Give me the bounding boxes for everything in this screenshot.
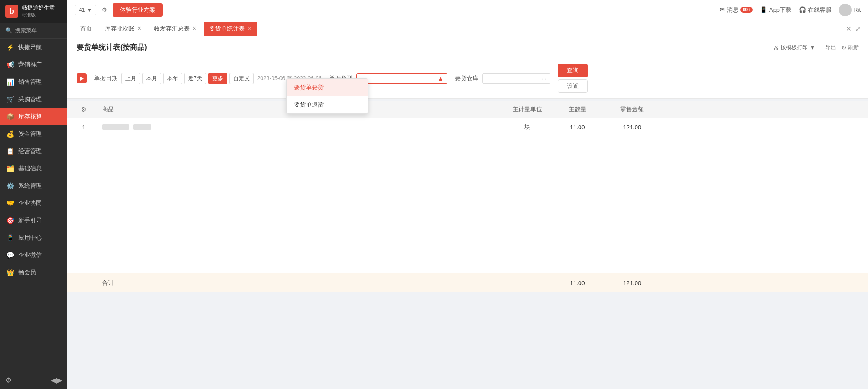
date-last-month-btn[interactable]: 上月 bbox=[121, 73, 140, 84]
sidebar-item-system[interactable]: ⚙️ 系统管理 bbox=[0, 177, 67, 194]
app-logo: b 畅捷通好生意 标准版 bbox=[0, 0, 67, 23]
col-header-qty: 主数量 bbox=[550, 105, 605, 113]
sidebar-item-guide[interactable]: 🎯 新手引导 bbox=[0, 212, 67, 229]
print-icon: 🖨 bbox=[773, 45, 779, 51]
sidebar-item-corp-wechat[interactable]: 💬 企业微信 bbox=[0, 246, 67, 264]
sidebar-item-label: 资金管理 bbox=[18, 130, 42, 138]
tab-requisition-stat[interactable]: 要货单统计表 ✕ bbox=[204, 22, 257, 36]
tab-home[interactable]: 首页 bbox=[75, 22, 98, 36]
refresh-btn[interactable]: ↻ 刷新 bbox=[842, 44, 859, 51]
settings-icon[interactable]: ⚙ bbox=[5, 376, 12, 384]
date-this-year-btn[interactable]: 本年 bbox=[163, 73, 182, 84]
footer-qty: 11.00 bbox=[550, 280, 605, 287]
online-service-btn[interactable]: 🎧 在线客服 bbox=[799, 6, 832, 14]
basic-icon: 🗂️ bbox=[5, 165, 15, 172]
dropdown-item-requisition-order[interactable]: 要货单要货 bbox=[287, 79, 368, 96]
sidebar-item-operation[interactable]: 📋 经营管理 bbox=[0, 143, 67, 160]
page-actions: 🖨 按模板打印 ▼ ↑ 导出 ↻ 刷新 bbox=[773, 44, 859, 51]
collapse-sidebar-button[interactable]: ◀▶ bbox=[51, 376, 62, 384]
cell-unit: 块 bbox=[504, 123, 550, 131]
topbar-left: 41 ▼ ⚙ 体验行业方案 bbox=[75, 3, 163, 17]
store-selector[interactable]: 41 ▼ bbox=[75, 5, 96, 15]
store-name: 41 bbox=[79, 7, 85, 13]
dropdown-item-requisition-return[interactable]: 要货单退货 bbox=[287, 96, 368, 113]
close-all-tabs-icon[interactable]: ✕ bbox=[846, 25, 852, 32]
filter-action-buttons: 查询 设置 bbox=[558, 64, 588, 93]
messages-count-badge: 99+ bbox=[740, 7, 753, 13]
fullscreen-icon[interactable]: ⤢ bbox=[855, 25, 861, 32]
system-icon: ⚙️ bbox=[5, 182, 15, 189]
tab-home-label: 首页 bbox=[80, 25, 92, 33]
date-this-month-btn[interactable]: 本月 bbox=[142, 73, 161, 84]
sidebar-item-label: 销售管理 bbox=[18, 78, 42, 86]
table-header: ⚙ 商品 主计量单位 主数量 零售金额 bbox=[67, 101, 868, 118]
footer-amount: 121.00 bbox=[605, 280, 659, 287]
logo-icon: b bbox=[5, 5, 18, 18]
print-template-btn[interactable]: 🖨 按模板打印 ▼ bbox=[773, 44, 815, 51]
bill-type-select[interactable]: ▲ bbox=[356, 73, 447, 84]
app-center-icon: 📱 bbox=[5, 234, 15, 241]
tab-inventory-batch-close[interactable]: ✕ bbox=[137, 26, 141, 31]
table-footer: 合计 11.00 121.00 bbox=[67, 273, 868, 292]
phone-icon: 📱 bbox=[760, 6, 767, 13]
product-placeholder-bar2 bbox=[133, 124, 151, 130]
sidebar-item-marketing[interactable]: 📢 营销推广 bbox=[0, 56, 67, 73]
sidebar-item-enterprise[interactable]: 🤝 企业协同 bbox=[0, 194, 67, 212]
search-icon: 🔍 bbox=[5, 27, 12, 34]
tab-requisition-stat-close[interactable]: ✕ bbox=[247, 26, 252, 31]
date-filter-label: 单据日期 bbox=[94, 74, 118, 82]
tab-collection-summary[interactable]: 收发存汇总表 ✕ bbox=[149, 22, 202, 36]
date-custom-btn[interactable]: 自定义 bbox=[229, 73, 254, 84]
query-btn[interactable]: 查询 bbox=[558, 64, 588, 77]
logo-text: 畅捷通好生意 标准版 bbox=[22, 5, 55, 18]
search-menu[interactable]: 🔍 搜索菜单 bbox=[0, 23, 67, 39]
user-profile-btn[interactable]: Rit bbox=[839, 4, 861, 16]
chevron-down-icon: ▼ bbox=[810, 45, 815, 51]
sidebar-item-purchase[interactable]: 🛒 采购管理 bbox=[0, 91, 67, 108]
date-buttons: 上月 本月 本年 近7天 更多 自定义 bbox=[121, 73, 254, 84]
sidebar-nav: ⚡ 快捷导航 📢 营销推广 📊 销售管理 🛒 采购管理 📦 库存核算 💰 资金管… bbox=[0, 39, 67, 371]
app-download-btn[interactable]: 📱 App下载 bbox=[760, 6, 791, 14]
table-row: 1 块 11.00 121.00 bbox=[67, 118, 868, 136]
date-more-btn[interactable]: 更多 bbox=[208, 73, 227, 84]
sidebar-item-app-center[interactable]: 📱 应用中心 bbox=[0, 229, 67, 246]
sidebar-item-vip[interactable]: 👑 畅会员 bbox=[0, 264, 67, 281]
tab-collection-summary-label: 收发存汇总表 bbox=[154, 25, 190, 33]
sidebar-item-finance[interactable]: 💰 资金管理 bbox=[0, 125, 67, 143]
warehouse-select[interactable]: ··· bbox=[482, 73, 550, 84]
filter-expand-btn[interactable]: ▶ bbox=[77, 73, 87, 83]
chevron-down-icon: ▼ bbox=[87, 7, 92, 13]
tab-collection-summary-close[interactable]: ✕ bbox=[192, 26, 196, 31]
sidebar-item-label: 经营管理 bbox=[18, 147, 42, 155]
col-header-setting[interactable]: ⚙ bbox=[75, 106, 93, 113]
messages-btn[interactable]: ✉ 消息 99+ bbox=[720, 6, 753, 14]
sidebar-footer: ⚙ ◀▶ bbox=[0, 371, 67, 389]
sidebar-item-label: 采购管理 bbox=[18, 95, 42, 103]
col-header-unit: 主计量单位 bbox=[504, 105, 550, 113]
export-btn[interactable]: ↑ 导出 bbox=[821, 44, 836, 51]
purchase-icon: 🛒 bbox=[5, 96, 15, 103]
trial-btn[interactable]: 体验行业方案 bbox=[113, 3, 163, 17]
guide-icon: 🎯 bbox=[5, 217, 15, 224]
sidebar-item-quick-nav[interactable]: ⚡ 快捷导航 bbox=[0, 39, 67, 56]
sidebar-item-label: 畅会员 bbox=[18, 268, 36, 276]
cell-product bbox=[93, 124, 504, 130]
tabs-actions: ✕ ⤢ bbox=[846, 25, 861, 32]
tab-inventory-batch-label: 库存批次账 bbox=[105, 25, 134, 33]
refresh-icon: ↻ bbox=[842, 45, 846, 51]
tab-inventory-batch[interactable]: 库存批次账 ✕ bbox=[99, 22, 147, 36]
user-avatar bbox=[839, 4, 852, 16]
date-last-7days-btn[interactable]: 近7天 bbox=[184, 73, 206, 84]
sidebar-item-basic[interactable]: 🗂️ 基础信息 bbox=[0, 160, 67, 177]
sidebar-item-sales[interactable]: 📊 销售管理 bbox=[0, 73, 67, 91]
sidebar-item-inventory[interactable]: 📦 库存核算 bbox=[0, 108, 67, 125]
tabs-bar: 首页 库存批次账 ✕ 收发存汇总表 ✕ 要货单统计表 ✕ ✕ ⤢ bbox=[67, 20, 868, 37]
enterprise-icon: 🤝 bbox=[5, 200, 15, 207]
page-content: 要货单统计表(按商品) 🖨 按模板打印 ▼ ↑ 导出 ↻ 刷新 bbox=[67, 37, 868, 389]
settings-column-icon: ⚙ bbox=[81, 106, 87, 113]
settings-gear-icon[interactable]: ⚙ bbox=[102, 6, 107, 13]
col-header-amount: 零售金额 bbox=[605, 105, 659, 113]
page-title: 要货单统计表(按商品) bbox=[77, 43, 147, 52]
operation-icon: 📋 bbox=[5, 148, 15, 155]
set-btn[interactable]: 设置 bbox=[558, 79, 588, 93]
